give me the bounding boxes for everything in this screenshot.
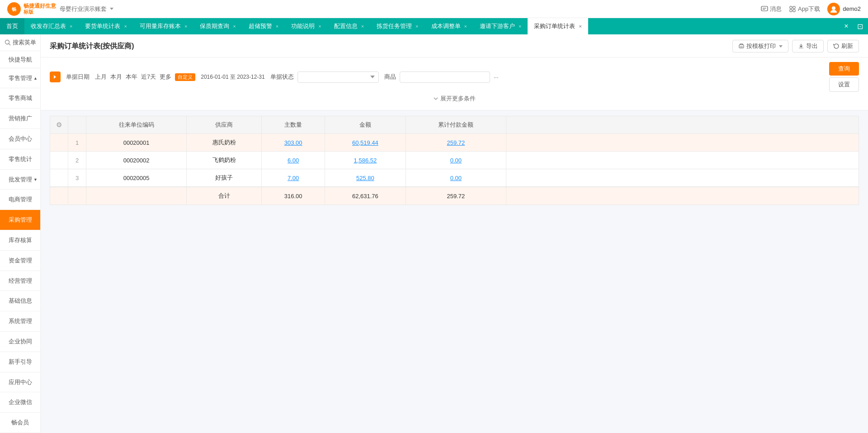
supplier-code: 00020005: [86, 169, 187, 187]
close-peizhi-icon[interactable]: ×: [361, 24, 364, 29]
sidebar-item-retailshop[interactable]: 零售商城: [0, 88, 40, 109]
qty-link[interactable]: 7.00: [288, 175, 299, 181]
date-range: 2016-01-01 至 2023-12-31: [201, 73, 264, 81]
table-row: 3 00020005 好孩子 7.00 525.80 0.00: [50, 169, 859, 187]
sidebar-item-search[interactable]: 搜索英单: [0, 34, 40, 51]
user-profile[interactable]: demo2: [827, 3, 861, 15]
tab-kuyun[interactable]: 可用量库存账本 ×: [133, 18, 193, 34]
tab-home[interactable]: 首页: [0, 18, 24, 34]
sidebar-item-retailstat[interactable]: 零售统计: [0, 149, 40, 170]
workspace-selector[interactable]: 母婴行业演示账套: [60, 5, 113, 13]
table-settings-icon[interactable]: ⚙: [56, 121, 62, 128]
sidebar-item-enterprise[interactable]: 企业协同: [0, 332, 40, 352]
sidebar-item-operations[interactable]: 经营管理: [0, 271, 40, 291]
shortcut-this-year[interactable]: 本年: [126, 73, 137, 81]
expand-more-button[interactable]: 展开更多条件: [50, 92, 859, 105]
svg-line-9: [9, 44, 10, 46]
shortcut-7days[interactable]: 近7天: [141, 73, 156, 81]
print-button[interactable]: 按模板打印: [732, 40, 788, 52]
nav-maximize-button[interactable]: ⊡: [854, 20, 866, 33]
sidebar-item-appcenter[interactable]: 应用中心: [0, 372, 40, 393]
page-title: 采购订单统计表(按供应商): [50, 42, 134, 51]
col-supplier-code: 往来单位编码: [86, 116, 187, 134]
close-gongneng-icon[interactable]: ×: [318, 24, 321, 29]
tab-peizhi[interactable]: 配置信息 ×: [328, 18, 370, 34]
shortcut-last-month[interactable]: 上月: [95, 73, 107, 81]
refresh-button[interactable]: 刷新: [827, 40, 859, 52]
footer-amount: 62,631.76: [325, 187, 406, 205]
settings-button[interactable]: 设置: [829, 77, 859, 92]
search-icon: [5, 39, 11, 46]
nav-end-buttons: × ⊡: [840, 20, 868, 33]
close-caigou-icon[interactable]: ×: [579, 24, 581, 29]
app-download-button[interactable]: App下载: [789, 5, 820, 13]
custom-date-badge[interactable]: 自定义: [175, 73, 195, 81]
sidebar-item-corpwechat[interactable]: 企业微信: [0, 392, 40, 413]
message-button[interactable]: 消息: [761, 5, 782, 13]
filter-chevron-icon: [54, 75, 56, 79]
sidebar-item-newguide[interactable]: 新手引导: [0, 352, 40, 372]
row-num: 2: [68, 152, 86, 169]
sidebar-item-inventory[interactable]: 库存核算: [0, 230, 40, 251]
filter-toggle-button[interactable]: [50, 71, 61, 82]
shortcut-this-month[interactable]: 本月: [110, 73, 122, 81]
sidebar-item-quicknav[interactable]: 快捷导航: [0, 51, 40, 68]
svg-rect-11: [740, 47, 743, 47]
supplier-name: 好孩子: [187, 169, 262, 187]
table-footer: 合计 316.00 62,631.76 259.72: [50, 187, 859, 205]
filter-area: 单据日期 上月 本月 本年 近7天 更多 自定义 2016-01-01 至 20…: [41, 57, 868, 110]
svg-rect-4: [793, 6, 795, 9]
close-yaohuo-icon[interactable]: ×: [124, 24, 127, 29]
nav-close-button[interactable]: ×: [840, 20, 853, 33]
tab-chaochuyujing[interactable]: 超储预警 ×: [242, 18, 285, 34]
sidebar-item-wholesale[interactable]: 批发管理: [0, 170, 40, 190]
top-bar: 畅 畅捷通好生意 标版 母婴行业演示账套 消息 App下载 demo2: [0, 0, 868, 18]
query-button[interactable]: 查询: [829, 62, 859, 76]
export-button[interactable]: 导出: [792, 40, 824, 52]
close-chengben-icon[interactable]: ×: [464, 24, 467, 29]
tab-baozhiqi[interactable]: 保质期查询 ×: [193, 18, 242, 34]
close-baozhiqi-icon[interactable]: ×: [233, 24, 236, 29]
close-peihuorenwu-icon[interactable]: ×: [415, 24, 418, 29]
close-kuyun-icon[interactable]: ×: [184, 24, 187, 29]
export-icon: [798, 43, 804, 49]
sidebar-item-finance[interactable]: 资金管理: [0, 251, 40, 271]
sidebar-item-purchase[interactable]: 采购管理: [0, 210, 40, 230]
qty-link[interactable]: 6.00: [288, 157, 299, 164]
tab-yaoqing[interactable]: 邀请下游客户 ×: [473, 18, 528, 34]
tab-shoufa[interactable]: 收发存汇总表 ×: [24, 18, 79, 34]
amount-link[interactable]: 525.80: [356, 175, 374, 181]
sidebar-item-member2[interactable]: 畅会员: [0, 413, 40, 433]
paid-link[interactable]: 0.00: [450, 175, 462, 181]
page-header: 采购订单统计表(按供应商) 按模板打印 导出 刷新: [41, 34, 868, 57]
tab-peihuorenwu[interactable]: 拣货任务管理 ×: [370, 18, 425, 34]
tab-caigou[interactable]: 采购订单统计表 ×: [528, 18, 588, 34]
tab-gongneng[interactable]: 功能说明 ×: [285, 18, 327, 34]
status-select[interactable]: [297, 71, 379, 83]
logo-area: 畅 畅捷通好生意 标版: [7, 2, 56, 16]
sidebar-item-marketing[interactable]: 营销推广: [0, 109, 40, 129]
amount-link[interactable]: 1,586.52: [354, 157, 377, 164]
sidebar-item-system[interactable]: 系统管理: [0, 311, 40, 332]
col-paid: 累计付款金额: [406, 116, 506, 134]
tab-yaohuo[interactable]: 要货单统计表 ×: [79, 18, 133, 34]
amount-link[interactable]: 60,519.44: [352, 139, 378, 146]
data-table: ⚙ 往来单位编码 供应商 主数量 金额 累计付款金额 1 00020001: [50, 116, 859, 205]
svg-rect-10: [739, 45, 744, 48]
expand-chevron-icon: [433, 96, 439, 101]
sidebar-item-member[interactable]: 会员中心: [0, 129, 40, 149]
sidebar-item-retail[interactable]: 零售管理: [0, 68, 40, 89]
sidebar-item-ecommerce[interactable]: 电商管理: [0, 190, 40, 210]
close-chaochuyujing-icon[interactable]: ×: [276, 24, 278, 29]
svg-point-7: [832, 6, 835, 10]
close-shoufa-icon[interactable]: ×: [70, 24, 72, 29]
sidebar-item-basicinfo[interactable]: 基础信息: [0, 291, 40, 311]
close-yaoqing-icon[interactable]: ×: [519, 24, 521, 29]
qty-link[interactable]: 303.00: [284, 139, 302, 146]
tab-chengben[interactable]: 成本调整单 ×: [425, 18, 473, 34]
shortcut-more[interactable]: 更多: [160, 73, 171, 81]
goods-input[interactable]: [400, 71, 490, 83]
paid-link[interactable]: 0.00: [450, 157, 462, 164]
paid-link[interactable]: 259.72: [447, 139, 465, 146]
goods-more-link[interactable]: ···: [494, 74, 499, 81]
